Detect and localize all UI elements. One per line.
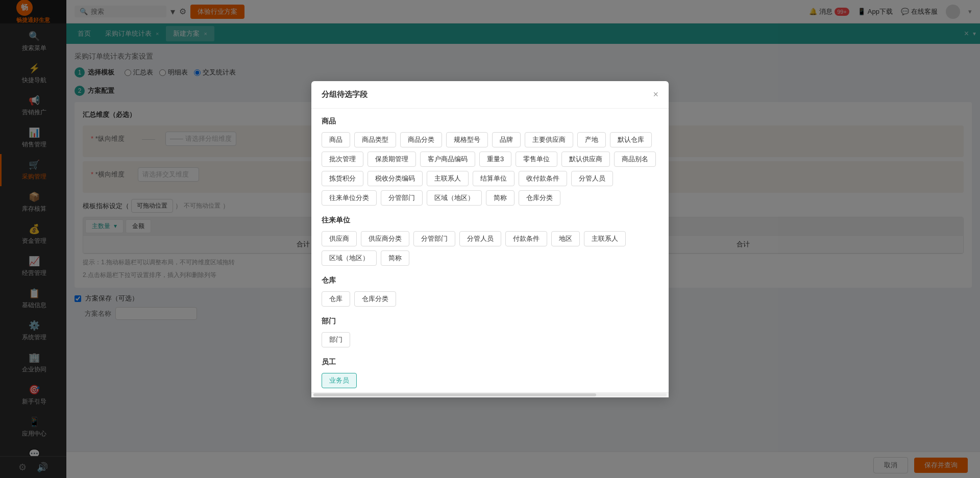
hscroll-track (313, 393, 667, 396)
field-tag-expiry[interactable]: 保质期管理 (368, 152, 416, 167)
field-tag-main-supplier[interactable]: 主要供应商 (525, 132, 573, 147)
modal-section-counterpart: 往来单位 供应商 供应商分类 分管部门 分管人员 付款条件 地区 主联系人 区域… (322, 216, 658, 266)
field-tag-ct-person[interactable]: 分管人员 (459, 231, 501, 246)
field-tag-dept-in-charge[interactable]: 分管部门 (381, 190, 423, 206)
field-tag-payment-terms[interactable]: 收付款条件 (519, 171, 567, 186)
dept-section-title: 部门 (322, 317, 658, 326)
field-tag-goods-type[interactable]: 商品类型 (354, 132, 396, 147)
field-tag-batch[interactable]: 批次管理 (322, 152, 363, 167)
modal-overlay: 分组待选字段 × 商品 商品 商品类型 商品分类 规格型号 品牌 主要供应商 产… (0, 0, 980, 478)
field-tag-region[interactable]: 区域（地区） (427, 190, 482, 206)
modal-section-dept: 部门 部门 (322, 317, 658, 347)
field-tag-payment-cond[interactable]: 付款条件 (505, 231, 547, 246)
field-tag-origin[interactable]: 产地 (577, 132, 606, 147)
employee-section-title: 员工 (322, 358, 658, 367)
field-tag-default-warehouse[interactable]: 默认仓库 (610, 132, 652, 147)
field-tag-short-name[interactable]: 简称 (486, 190, 514, 206)
counterpart-section-title: 往来单位 (322, 216, 658, 225)
field-tag-goods[interactable]: 商品 (322, 132, 350, 147)
field-tag-weight[interactable]: 重量3 (479, 152, 511, 167)
modal-hscrollbar (311, 392, 669, 397)
warehouse-field-grid: 仓库 仓库分类 (322, 291, 658, 307)
counterpart-field-grid: 供应商 供应商分类 分管部门 分管人员 付款条件 地区 主联系人 区域（地区） … (322, 231, 658, 266)
field-tag-warehouse-category[interactable]: 仓库分类 (519, 190, 560, 206)
modal-section-employee: 员工 业务员 (322, 358, 658, 388)
field-tag-retail-unit[interactable]: 零售单位 (516, 152, 557, 167)
field-tag-dept[interactable]: 部门 (322, 332, 350, 347)
dept-field-grid: 部门 (322, 332, 658, 347)
field-tag-pick-points[interactable]: 拣货积分 (322, 171, 363, 186)
field-tag-warehouse[interactable]: 仓库 (322, 291, 350, 307)
field-tag-default-supplier[interactable]: 默认供应商 (561, 152, 610, 167)
field-tag-goods-category[interactable]: 商品分类 (400, 132, 442, 147)
field-tag-supplier[interactable]: 供应商 (322, 231, 357, 246)
modal: 分组待选字段 × 商品 商品 商品类型 商品分类 规格型号 品牌 主要供应商 产… (311, 81, 669, 397)
field-tag-person-in-charge[interactable]: 分管人员 (571, 171, 613, 186)
field-tag-ct-region[interactable]: 区域（地区） (322, 250, 377, 266)
modal-section-goods: 商品 商品 商品类型 商品分类 规格型号 品牌 主要供应商 产地 默认仓库 批次… (322, 117, 658, 206)
employee-field-grid: 业务员 (322, 373, 658, 388)
modal-close-button[interactable]: × (653, 89, 658, 100)
modal-header: 分组待选字段 × (311, 81, 669, 109)
field-tag-settlement-unit[interactable]: 结算单位 (473, 171, 514, 186)
field-tag-area[interactable]: 地区 (551, 231, 580, 246)
field-tag-counterpart-category[interactable]: 往来单位分类 (322, 190, 377, 206)
goods-field-grid: 商品 商品类型 商品分类 规格型号 品牌 主要供应商 产地 默认仓库 批次管理 … (322, 132, 658, 206)
modal-title: 分组待选字段 (322, 90, 368, 99)
field-tag-tax-code[interactable]: 税收分类编码 (368, 171, 423, 186)
field-tag-supplier-category[interactable]: 供应商分类 (361, 231, 409, 246)
goods-section-title: 商品 (322, 117, 658, 126)
field-tag-spec[interactable]: 规格型号 (446, 132, 488, 147)
field-tag-salesman[interactable]: 业务员 (322, 373, 357, 388)
field-tag-main-contact2[interactable]: 主联系人 (584, 231, 626, 246)
field-tag-ct-dept[interactable]: 分管部门 (413, 231, 455, 246)
modal-section-warehouse: 仓库 仓库 仓库分类 (322, 276, 658, 307)
field-tag-warehouse-cat[interactable]: 仓库分类 (354, 291, 396, 307)
field-tag-customer-code[interactable]: 客户商品编码 (420, 152, 475, 167)
hscroll-thumb[interactable] (313, 393, 596, 396)
field-tag-alias[interactable]: 商品别名 (614, 152, 656, 167)
field-tag-ct-short-name[interactable]: 简称 (381, 250, 409, 266)
modal-body: 商品 商品 商品类型 商品分类 规格型号 品牌 主要供应商 产地 默认仓库 批次… (311, 109, 669, 392)
field-tag-brand[interactable]: 品牌 (492, 132, 521, 147)
field-tag-main-contact[interactable]: 主联系人 (427, 171, 469, 186)
warehouse-section-title: 仓库 (322, 276, 658, 285)
